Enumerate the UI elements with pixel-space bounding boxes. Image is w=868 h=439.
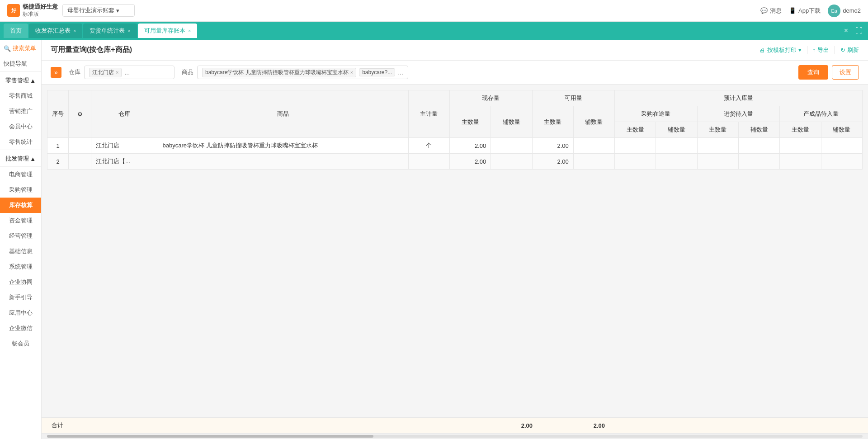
th-available-group: 可用量 [532, 90, 615, 106]
print-button[interactable]: 🖨 按模板打印 ▾ [760, 46, 802, 54]
cell-pt-main-1 [615, 138, 656, 154]
table-footer: 合计 2.00 2.00 [42, 417, 868, 434]
th-prod-sub: 辅数量 [821, 122, 862, 138]
cell-pp-sub-1 [738, 138, 779, 154]
tab-close-icon[interactable]: × [127, 28, 130, 33]
footer-avail-main: 2.00 [573, 422, 609, 429]
sidebar-item-system[interactable]: 系统管理 [0, 259, 41, 274]
th-purchase-pending-group: 进货待入量 [697, 106, 780, 122]
cell-pp-main-2 [697, 154, 738, 170]
tab-home-label: 首页 [10, 27, 22, 35]
sidebar-item-enterprise[interactable]: 企业协同 [0, 274, 41, 290]
page-actions: 🖨 按模板打印 ▾ ↑ 导出 ↻ 刷新 [760, 46, 859, 54]
table-row: 2 江北门店【... 2.00 2.00 [47, 154, 863, 170]
nav-tabs: 首页 收发存汇总表 × 要货单统计表 × 可用量库存账本 × × ⛶ [0, 22, 868, 40]
cell-pp-sub-2 [738, 154, 779, 170]
sidebar-item-purchase[interactable]: 采购管理 [0, 182, 41, 198]
settings-button[interactable]: 设置 [832, 65, 859, 80]
th-pp-main: 主数量 [697, 122, 738, 138]
tab-home[interactable]: 首页 [4, 24, 28, 38]
expand-window-button[interactable]: ⛶ [854, 25, 864, 37]
warehouse-label: 仓库 [69, 68, 80, 76]
cell-pt-sub-1 [656, 138, 697, 154]
industry-selector[interactable]: 母婴行业演示账套 ▾ [62, 4, 135, 17]
sidebar-quick-nav[interactable]: 快捷导航 [0, 56, 41, 72]
top-bar: 好 畅捷通好生意 标准版 母婴行业演示账套 ▾ 💬 消息 📱 App下载 Ea … [0, 0, 868, 22]
sidebar-item-inventory[interactable]: 库存核算 [0, 198, 41, 213]
print-icon: 🖨 [760, 47, 765, 53]
th-avail-main: 主数量 [532, 106, 573, 138]
sidebar-item-ecommerce[interactable]: 电商管理 [0, 167, 41, 182]
cell-stock-main-1: 2.00 [449, 138, 491, 154]
tab-receive-summary[interactable]: 收发存汇总表 × [29, 24, 82, 38]
product-tag-close-1[interactable]: × [350, 70, 353, 75]
sidebar-section-retail-header[interactable]: 零售管理 ▲ [0, 72, 41, 88]
horizontal-scrollbar[interactable] [42, 434, 868, 439]
cell-settings-1 [69, 138, 91, 154]
message-icon: 💬 [760, 7, 768, 14]
footer-stock-main: 2.00 [501, 422, 537, 429]
sidebar-item-retail-stats[interactable]: 零售统计 [0, 134, 41, 150]
sidebar-item-finance[interactable]: 资金管理 [0, 213, 41, 228]
th-stock-sub: 辅数量 [491, 106, 532, 138]
cell-prod-main-2 [780, 154, 821, 170]
divider [807, 46, 807, 54]
product-tag-1: babycare学饮杯 儿童防摔防撞吸管杯重力球吸嘴杯宝宝水杯 × [202, 68, 356, 77]
cell-unit-2 [408, 154, 449, 170]
th-stock-main: 主数量 [449, 106, 491, 138]
sidebar-item-members[interactable]: 会员中心 [0, 119, 41, 134]
th-pt-main: 主数量 [615, 122, 656, 138]
sidebar-item-retail-mall[interactable]: 零售商城 [0, 88, 41, 104]
refresh-button[interactable]: ↻ 刷新 [840, 46, 859, 54]
content-area: 可用量查询(按仓库+商品) 🖨 按模板打印 ▾ ↑ 导出 ↻ 刷新 [42, 40, 868, 439]
th-unit: 主计量 [408, 90, 449, 138]
tab-receive-label: 收发存汇总表 [35, 27, 71, 35]
top-bar-left: 好 畅捷通好生意 标准版 母婴行业演示账套 ▾ [7, 3, 135, 18]
tab-order-stats[interactable]: 要货单统计表 × [83, 24, 137, 38]
sidebar: 🔍 搜索菜单 快捷导航 零售管理 ▲ 零售商城 营销推广 会员中心 零售统计 批… [0, 40, 42, 439]
sidebar-item-wechat[interactable]: 企业微信 [0, 321, 41, 336]
cell-index-1: 1 [47, 138, 69, 154]
sidebar-item-basic-info[interactable]: 基础信息 [0, 244, 41, 259]
sidebar-item-app-center[interactable]: 应用中心 [0, 305, 41, 321]
tab-available-ledger[interactable]: 可用量库存账本 × [138, 24, 197, 38]
tab-order-label: 要货单统计表 [90, 27, 125, 35]
warehouse-more[interactable]: ... [124, 69, 130, 76]
export-button[interactable]: ↑ 导出 [813, 46, 830, 54]
warehouse-input[interactable]: 江北门店 × ... [84, 66, 175, 79]
cell-pt-main-2 [615, 154, 656, 170]
tab-close-icon[interactable]: × [188, 28, 191, 33]
logo-icon: 好 [7, 4, 20, 17]
user-menu[interactable]: Ea demo2 [828, 5, 861, 17]
cell-stock-main-2: 2.00 [449, 154, 491, 170]
sidebar-item-marketing[interactable]: 营销推广 [0, 104, 41, 119]
top-bar-right: 💬 消息 📱 App下载 Ea demo2 [760, 5, 861, 17]
product-tag-2: babycare?... [359, 68, 395, 76]
cell-prod-sub-1 [821, 138, 862, 154]
sidebar-item-newbie[interactable]: 新手引导 [0, 290, 41, 305]
cell-settings-2 [69, 154, 91, 170]
warehouse-tag-close[interactable]: × [116, 70, 118, 75]
query-button[interactable]: 查询 [798, 65, 828, 80]
filter-toggle-button[interactable]: » [51, 67, 61, 78]
cell-product-2 [158, 154, 408, 170]
footer-label: 合计 [47, 421, 115, 430]
product-label: 商品 [182, 68, 193, 76]
close-window-button[interactable]: × [842, 25, 850, 37]
tab-close-icon[interactable]: × [73, 28, 76, 33]
product-filter: 商品 babycare学饮杯 儿童防摔防撞吸管杯重力球吸嘴杯宝宝水杯 × bab… [182, 66, 408, 79]
sidebar-item-vip[interactable]: 畅会员 [0, 336, 41, 351]
sidebar-item-operations[interactable]: 经营管理 [0, 228, 41, 244]
export-icon: ↑ [813, 47, 816, 53]
cell-prod-main-1 [780, 138, 821, 154]
app-download-button[interactable]: 📱 App下载 [789, 7, 821, 15]
product-input[interactable]: babycare学饮杯 儿童防摔防撞吸管杯重力球吸嘴杯宝宝水杯 × babyca… [197, 66, 408, 79]
nav-actions: × ⛶ [842, 25, 864, 37]
product-more[interactable]: ... [398, 69, 403, 76]
sidebar-section-wholesale-header[interactable]: 批发管理 ▲ [0, 150, 41, 166]
sidebar-section-retail: 零售管理 ▲ 零售商城 营销推广 会员中心 零售统计 [0, 72, 41, 150]
message-button[interactable]: 💬 消息 [760, 7, 782, 15]
page-title: 可用量查询(按仓库+商品) [51, 45, 132, 55]
sidebar-search[interactable]: 🔍 搜索菜单 [0, 40, 41, 56]
th-settings[interactable]: ⚙ [69, 90, 91, 138]
